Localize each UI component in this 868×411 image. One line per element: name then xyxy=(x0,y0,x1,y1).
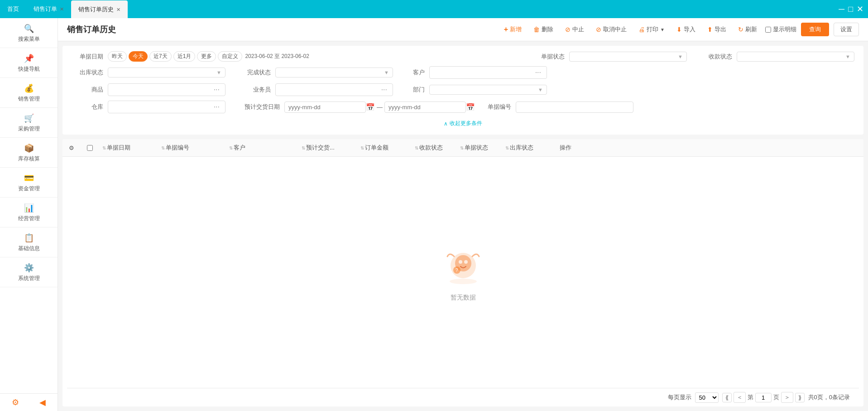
warehouse-dots[interactable]: ··· xyxy=(212,103,221,111)
date-btn-today[interactable]: 今天 xyxy=(129,51,148,62)
th-settings[interactable]: ⚙ xyxy=(62,145,81,151)
goods-label: 商品 xyxy=(72,86,108,94)
tab-home[interactable]: 首页 xyxy=(0,0,26,18)
total-records: 共0页，0条记录 xyxy=(808,393,850,401)
page-nav: ⟪ ＜ 第 页 ＞ ⟫ xyxy=(722,392,805,403)
query-button[interactable]: 查询 xyxy=(801,23,829,36)
import-button[interactable]: ⬇ 导入 xyxy=(673,24,699,35)
salesman-label: 业务员 xyxy=(244,86,275,94)
sidebar-item-nav[interactable]: 📌 快捷导航 xyxy=(0,48,58,78)
date-btn-yesterday[interactable]: 昨天 xyxy=(108,51,127,62)
sort-icon-date: ⇅ xyxy=(102,145,106,150)
filter-row-3: 商品 ··· 业务员 ··· 部门 ▼ xyxy=(72,83,854,96)
table-header: ⚙ ⇅ 单据日期 ⇅ 单据编号 ⇅ 客户 ⇅ xyxy=(62,139,863,157)
top-bar-right: ─ □ ✕ xyxy=(839,4,868,14)
display-detail-input[interactable] xyxy=(765,27,771,33)
sidebar-item-inventory[interactable]: 📦 库存核算 xyxy=(0,138,58,168)
table-body: ? 暂无数据 xyxy=(62,157,863,388)
th-out-status[interactable]: ⇅ 出库状态 xyxy=(502,144,556,152)
prev-page-button[interactable]: ＜ xyxy=(734,392,746,403)
collapse-row[interactable]: ∧ 收起更多条件 xyxy=(72,118,854,129)
date-label: 单据日期 xyxy=(72,53,108,61)
th-no[interactable]: ⇅ 单据编号 xyxy=(158,144,225,152)
cancel-stop-button[interactable]: ⊘ 取消中止 xyxy=(592,24,630,35)
complete-status-select[interactable]: ▼ xyxy=(275,68,393,77)
sidebar-collapse-icon[interactable]: ◀ xyxy=(39,397,46,407)
goods-dots[interactable]: ··· xyxy=(212,86,221,94)
tab-sales-order[interactable]: 销售订单 ✕ xyxy=(26,0,71,18)
pay-status-label: 收款状态 xyxy=(705,53,737,61)
add-button[interactable]: + 新增 xyxy=(500,24,525,35)
close-tab-sales-order[interactable]: ✕ xyxy=(60,6,64,12)
order-status-select[interactable]: ▼ xyxy=(569,52,687,62)
inventory-icon: 📦 xyxy=(24,143,34,153)
next-page-button[interactable]: ＞ xyxy=(781,392,793,403)
empty-illustration: ? xyxy=(441,243,486,288)
dept-select[interactable]: ▼ xyxy=(429,85,547,95)
refresh-button[interactable]: ↻ 刷新 xyxy=(734,24,761,35)
sidebar-item-search[interactable]: 🔍 搜索菜单 xyxy=(0,18,58,48)
page-number-input[interactable] xyxy=(755,393,772,402)
page-title: 销售订单历史 xyxy=(67,24,497,35)
pay-status-select[interactable]: ▼ xyxy=(737,52,854,62)
tab-sales-order-history[interactable]: 销售订单历史 ✕ xyxy=(71,0,128,19)
export-button[interactable]: ⬆ 导出 xyxy=(704,24,730,35)
sidebar-item-purchase[interactable]: 🛒 采购管理 xyxy=(0,108,58,138)
table-area: ⚙ ⇅ 单据日期 ⇅ 单据编号 ⇅ 客户 ⇅ xyxy=(62,139,863,406)
delete-icon: 🗑 xyxy=(533,26,540,33)
date-btn-custom[interactable]: 自定义 xyxy=(218,51,242,62)
delivery-date-end[interactable] xyxy=(384,102,466,113)
sort-icon-pay: ⇅ xyxy=(415,145,418,150)
sidebar-item-sales[interactable]: 💰 销售管理 xyxy=(0,78,58,108)
date-btn-more[interactable]: 更多 xyxy=(197,51,216,62)
delivery-date-start[interactable] xyxy=(284,102,366,113)
maximize-icon[interactable]: □ xyxy=(848,5,853,14)
order-no-input[interactable] xyxy=(516,102,633,113)
th-pay-status[interactable]: ⇅ 收款状态 xyxy=(411,144,456,152)
close-tab-sales-order-history[interactable]: ✕ xyxy=(116,7,120,13)
stop-button[interactable]: ⊘ 中止 xyxy=(561,24,588,35)
window-close-icon[interactable]: ✕ xyxy=(857,4,863,14)
customer-label: 客户 xyxy=(411,68,429,77)
sidebar-item-operation[interactable]: 📊 经营管理 xyxy=(0,198,58,227)
customer-dots[interactable]: ··· xyxy=(533,68,543,77)
setting-button[interactable]: 设置 xyxy=(834,23,859,36)
empty-text: 暂无数据 xyxy=(451,294,476,302)
last-page-button[interactable]: ⟫ xyxy=(795,393,805,402)
print-icon: 🖨 xyxy=(638,26,645,33)
sort-icon-customer: ⇅ xyxy=(229,145,233,150)
delete-button[interactable]: 🗑 删除 xyxy=(530,24,557,35)
date-range-text: 2023-06-02 至 2023-06-02 xyxy=(245,53,309,60)
complete-status-label: 完成状态 xyxy=(244,68,275,77)
sidebar-settings-icon[interactable]: ⚙ xyxy=(12,397,19,407)
finance-icon: 💳 xyxy=(24,173,34,183)
date-btn-1month[interactable]: 近1月 xyxy=(173,51,196,62)
sidebar-item-basic[interactable]: 📋 基础信息 xyxy=(0,227,58,257)
th-checkbox[interactable] xyxy=(81,145,99,151)
first-page-button[interactable]: ⟪ xyxy=(722,393,732,402)
minimize-icon[interactable]: ─ xyxy=(839,5,844,14)
add-icon: + xyxy=(504,25,508,34)
date-btn-7days[interactable]: 近7天 xyxy=(149,51,172,62)
display-detail-checkbox[interactable]: 显示明细 xyxy=(765,25,796,34)
page-size-select[interactable]: 50 10 20 100 xyxy=(695,392,719,403)
print-button[interactable]: 🖨 打印 ▼ xyxy=(635,24,668,35)
th-delivery[interactable]: ⇅ 预计交货... xyxy=(298,144,357,152)
out-status-select[interactable]: ▼ xyxy=(108,68,225,77)
th-customer[interactable]: ⇅ 客户 xyxy=(225,144,298,152)
th-amount[interactable]: ⇅ 订单金额 xyxy=(357,144,411,152)
operation-icon: 📊 xyxy=(24,203,34,213)
calendar-end-icon[interactable]: 📅 xyxy=(466,103,475,111)
nav-icon: 📌 xyxy=(24,53,34,63)
export-icon: ⬆ xyxy=(707,26,713,33)
th-order-status[interactable]: ⇅ 单据状态 xyxy=(456,144,502,152)
th-date[interactable]: ⇅ 单据日期 xyxy=(99,144,158,152)
salesman-dots[interactable]: ··· xyxy=(379,86,389,94)
order-no-label: 单据编号 xyxy=(484,103,516,111)
filter-row-1: 单据日期 昨天 今天 近7天 近1月 更多 自定义 2023-06-02 至 2… xyxy=(72,51,854,62)
sidebar-item-finance[interactable]: 💳 资金管理 xyxy=(0,168,58,198)
sidebar-item-system[interactable]: ⚙️ 系统管理 xyxy=(0,257,58,287)
calendar-start-icon[interactable]: 📅 xyxy=(366,103,375,111)
select-all-checkbox[interactable] xyxy=(87,145,93,151)
collapse-up-icon: ∧ xyxy=(444,121,448,127)
